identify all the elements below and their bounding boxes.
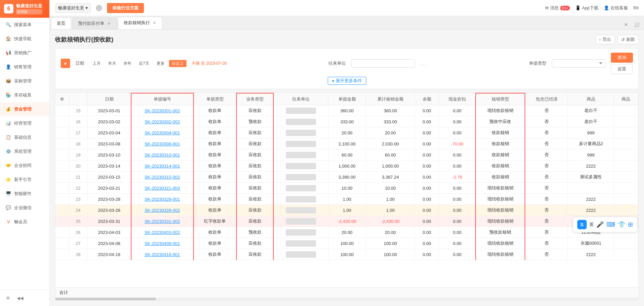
sidebar-item-quick-nav[interactable]: 🏠 快捷导航 [0, 32, 49, 46]
col-settings[interactable]: ⚙ [55, 93, 69, 105]
col-discount-cell: 0.00 [439, 149, 476, 161]
col-bill-no-cell[interactable]: SK-20230328-002 [131, 205, 194, 216]
col-bill-no-cell[interactable]: SK-20230310-001 [131, 149, 194, 161]
sidebar-item-member[interactable]: V 畅会员 [0, 215, 49, 229]
table-row: 15 2023-03-01 SK-20230301-002 收款单 应收款 ██… [55, 105, 638, 116]
float-keyboard-icon[interactable]: ⌨ [606, 221, 615, 228]
sidebar-item-purchase[interactable]: 📦 采购管理 [0, 74, 49, 88]
last-month-btn[interactable]: 上月 [90, 60, 104, 67]
tab-receivable-close[interactable]: ✕ [152, 20, 157, 25]
col-bill-no-cell[interactable]: SK-20230302-002 [131, 116, 194, 127]
table-row: 25 2023-03-31 SK-20230331-002 红字收款单 应收款 … [55, 216, 638, 227]
col-bill-no-cell[interactable]: SK-20230301-002 [131, 105, 194, 116]
col-bill-no-cell[interactable]: SK-20230315-002 [131, 172, 194, 183]
horizontal-scrollbar[interactable] [55, 298, 638, 300]
online-service-label: 在线客服 [610, 5, 628, 11]
sidebar-item-search[interactable]: 🔍 搜索菜单 [0, 18, 49, 32]
col-product2-cell [614, 105, 638, 116]
sidebar-item-inventory[interactable]: 🏪 库存核算 [0, 88, 49, 102]
marketing-icon: 📢 [5, 50, 11, 56]
inventory-icon: 🏪 [5, 92, 11, 98]
sidebar-item-wechat[interactable]: 💬 企业微信 [0, 201, 49, 215]
app-download-label: App下载 [582, 5, 598, 11]
custom-date-btn[interactable]: 自定义 [169, 60, 186, 67]
sidebar-item-hardware[interactable]: 🖥️ 智能硬件 [0, 187, 49, 201]
filter-expand-row: ▾ 展开更多条件 [61, 77, 633, 85]
col-bill-type-cell: 收款单 [194, 161, 237, 172]
col-bill-no-cell[interactable]: SK-20230321-003 [131, 183, 194, 194]
sidebar-item-system[interactable]: ⚙️ 系统管理 [0, 144, 49, 159]
filter-dots: ... [420, 60, 427, 66]
col-bill-no-cell[interactable]: SK-20230328-001 [131, 194, 194, 205]
col-bill-no-cell[interactable]: SK-20230314-001 [131, 161, 194, 172]
more-dates-btn[interactable]: 更多 [154, 60, 168, 67]
settings-bottom-btn[interactable]: ⚙ [3, 293, 13, 303]
header-right: ✉ 消息 99+ 📱 App下载 👤 在线客服 Rit [545, 5, 639, 11]
col-discount-cell: 0.00 [439, 116, 476, 127]
sidebar-item-operations[interactable]: 📊 经营管理 [0, 116, 49, 130]
user-name-btn[interactable]: Rit [633, 5, 639, 10]
col-bill-amount-cell: 20.00 [328, 127, 366, 138]
messages-btn[interactable]: ✉ 消息 99+ [545, 5, 570, 11]
sidebar-item-guide[interactable]: 🌟 新手引导 [0, 173, 49, 187]
header-left: 畅康道好生意 ▾ 体验行业方案 [55, 3, 540, 13]
table-row: 24 2023-03-28 SK-20230328-002 收款单 应收款 ██… [55, 205, 638, 216]
col-date-cell: 2023-03-10 [88, 149, 131, 161]
col-date-cell: 2023-03-04 [88, 127, 131, 138]
filter-expand-btn[interactable]: » [61, 59, 70, 68]
sidebar-item-enterprise[interactable]: 🤝 企业协同 [0, 159, 49, 173]
col-bill-no-cell[interactable]: SK-20230403-002 [131, 227, 194, 238]
col-bill-no-cell[interactable]: SK-20230331-002 [131, 216, 194, 227]
breadcrumb-dropdown[interactable]: 畅康道好生意 ▾ [55, 3, 91, 13]
last-7-days-btn[interactable]: 近7天 [136, 60, 152, 67]
bill-type-select[interactable] [552, 59, 605, 68]
col-bill-no-cell[interactable]: SK-20230418-001 [131, 249, 194, 260]
sidebar-item-label: 快捷导航 [14, 36, 32, 42]
sidebar-item-label: 智能硬件 [14, 191, 32, 197]
header-settings-btn[interactable] [94, 3, 104, 13]
tabs-bar: 首页 预付款应付单 ✕ 收款核销执行 ✕ ✕ ⬜ [50, 16, 644, 29]
table-footer: 合计 [55, 287, 638, 298]
refresh-btn[interactable]: ↺ 刷新 [618, 35, 639, 44]
tab-home[interactable]: 首页 [51, 17, 71, 29]
solution-btn[interactable]: 体验行业方案 [107, 3, 144, 13]
col-settings-cell [55, 216, 69, 227]
float-grid-icon[interactable]: ⊞ [628, 221, 633, 228]
this-year-btn[interactable]: 本年 [120, 60, 135, 67]
col-biz-type-cell: 应收款 [236, 149, 273, 161]
col-date-cell: 2023-03-01 [88, 105, 131, 116]
sidebar-item-label: 企业微信 [14, 205, 32, 211]
col-discount: 现金折扣 [439, 93, 476, 105]
setting-btn[interactable]: 设置 [611, 64, 633, 74]
col-date-cell: 2023-03-21 [88, 183, 131, 194]
float-mic-icon[interactable]: 🎤 [596, 221, 604, 228]
float-shirt-icon[interactable]: 👕 [618, 221, 625, 228]
col-cumulative-cell: 333.00 [366, 116, 415, 127]
sidebar-item-finance[interactable]: 💰 资金管理 [0, 102, 49, 116]
col-bill-no-cell[interactable]: SK-20230304-001 [131, 127, 194, 138]
sidebar-item-sales[interactable]: 👤 销售管理 [0, 60, 49, 74]
col-bill-no-cell[interactable]: SK-20230408-001 [131, 238, 194, 249]
this-month-btn[interactable]: 本月 [105, 60, 119, 67]
tab-maximize-btn[interactable]: ⬜ [632, 20, 641, 29]
operations-icon: 📊 [5, 120, 11, 126]
expand-more-btn[interactable]: ▾ 展开更多条件 [328, 77, 366, 85]
col-bill-no-cell[interactable]: SK-20230308-001 [131, 138, 194, 149]
collapse-btn[interactable]: ◀◀ [15, 293, 25, 303]
tab-close-all-btn[interactable]: ✕ [621, 20, 631, 29]
tab-prepay[interactable]: 预付款应付单 ✕ [72, 17, 117, 29]
scrollbar-thumb[interactable] [55, 298, 156, 300]
col-seq-cell: 18 [69, 138, 88, 149]
sidebar-item-basics[interactable]: 📋 基础信息 [0, 130, 49, 144]
sidebar-item-marketing[interactable]: 📢 营销推广 [0, 46, 49, 60]
table-scroll[interactable]: ⚙ 日期 单据编号 单据类型 业务类型 往来单位 单据金额 累计核销金额 余额 … [55, 93, 638, 287]
tab-receivable[interactable]: 收款核销执行 ✕ [118, 17, 162, 29]
col-bill-amount-cell: 360.00 [328, 105, 366, 116]
export-btn[interactable]: ↑ 导出 [595, 35, 615, 44]
app-download-btn[interactable]: 📱 App下载 [575, 5, 598, 11]
col-product2: 商品 [614, 93, 638, 105]
partner-filter-input[interactable] [351, 59, 415, 68]
query-btn[interactable]: 查询 [611, 53, 633, 63]
online-service-btn[interactable]: 👤 在线客服 [604, 5, 628, 11]
tab-prepay-close[interactable]: ✕ [106, 21, 111, 26]
